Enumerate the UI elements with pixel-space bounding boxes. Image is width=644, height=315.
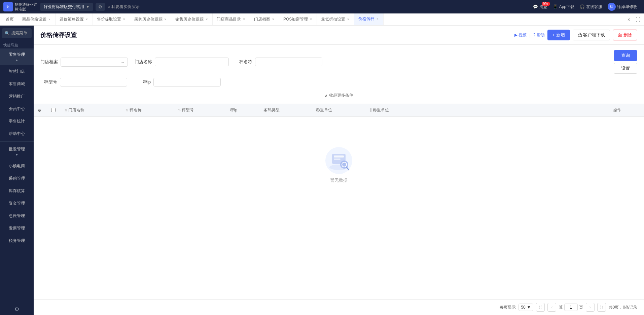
th-scale-name[interactable]: ⇅ 秤名称 — [121, 104, 174, 117]
th-store-name[interactable]: ⇅ 门店名称 — [61, 104, 121, 117]
sidebar-item-general-ledger[interactable]: 总账管理 — [0, 210, 34, 222]
sidebar-settings-button[interactable]: ⚙ — [14, 306, 19, 312]
sidebar-item-help-center[interactable]: 帮助中心 — [0, 128, 34, 140]
delete-button[interactable]: 面 删除 — [613, 30, 637, 40]
filter-store-archive: 门店档案 ··· — [40, 58, 128, 67]
close-tab-store-archive[interactable]: × — [272, 17, 275, 22]
tab-price-scale[interactable]: 价格传秤 × — [354, 13, 384, 26]
scale-ip-input[interactable] — [153, 78, 221, 86]
help-icon: ? — [533, 33, 536, 37]
select-all-checkbox[interactable] — [51, 108, 56, 112]
query-button[interactable]: 查询 — [614, 50, 637, 61]
sidebar-item-retail-mall[interactable]: 零售商城 — [0, 78, 34, 90]
th-scale-model[interactable]: ⇅ 秤型号 — [174, 104, 226, 117]
close-tab-sale-history[interactable]: × — [205, 17, 208, 22]
close-tab-sale-extract[interactable]: × — [122, 17, 126, 22]
message-badge: 99+ — [542, 2, 550, 6]
tab-pos-management[interactable]: POS加密管理 × — [279, 13, 317, 26]
top-center: 好业财标准版交付试用 ▼ ⚙ ○ 我要看实例演示 — [37, 3, 533, 11]
sidebar-item-finance[interactable]: 资金管理 — [0, 197, 34, 210]
pagination-bar: 每页显示 50 ▼ ⟨⟨ ＜ 算 页 ＞ ⟩⟩ 共0页，0条记录 — [34, 299, 644, 315]
data-table: ⚙ ⇅ 门店名称 ⇅ 秤名称 ⇅ 秤型号 — [34, 104, 644, 210]
close-tab-price-scale[interactable]: × — [376, 17, 379, 21]
add-button[interactable]: + 新增 — [547, 30, 570, 40]
message-button[interactable]: 💬 消息 99+ — [533, 4, 547, 10]
search-menu-button[interactable]: 🔍 搜索菜单 — [2, 28, 32, 38]
tab-min-discount[interactable]: 最低折扣设置 × — [317, 13, 354, 26]
tab-actions: × ⛶ — [623, 15, 642, 24]
sidebar-item-wholesale-management[interactable]: 批发管理 ▼ — [0, 143, 34, 160]
user-area[interactable]: 徐 徐泽华修改 — [608, 3, 637, 11]
total-info: 共0页，0条记录 — [609, 305, 637, 310]
collapse-button[interactable]: ∧ 收起更多条件 — [40, 91, 637, 98]
settings-icon-button[interactable]: ⚙ — [96, 3, 105, 11]
tab-store-archive[interactable]: 门店档案 × — [250, 13, 279, 26]
sidebar-item-retail-stats[interactable]: 零售统计 — [0, 115, 34, 128]
th-checkbox[interactable] — [47, 104, 61, 117]
headset-icon: 🎧 — [580, 4, 585, 9]
tab-sale-extract[interactable]: 售价提取设置 × — [93, 13, 130, 26]
scale-name-input[interactable] — [255, 58, 322, 66]
filter-area: 门店档案 ··· 门店名称 秤名称 查询 设置 — [34, 45, 644, 104]
demo-link[interactable]: ○ 我要看实例演示 — [108, 4, 140, 10]
filter-row-2: 秤型号 秤ip — [40, 78, 637, 86]
th-barcode-type[interactable]: 条码类型 — [259, 104, 312, 117]
settings-button[interactable]: 设置 — [614, 63, 637, 74]
sidebar-item-invoice[interactable]: 发票管理 — [0, 222, 34, 235]
close-tab-price-settings[interactable]: × — [48, 17, 51, 22]
sidebar-item-marketing[interactable]: 营销推广 — [0, 90, 34, 103]
chevron-down-icon-2: ▼ — [527, 305, 531, 310]
sidebar-item-smart-store[interactable]: 智慧门店 — [0, 65, 34, 78]
last-page-button[interactable]: ⟩⟩ — [597, 303, 606, 312]
logo-icon: 财 — [3, 2, 13, 11]
tab-purchase-history[interactable]: 采购历史价跟踪 × — [130, 13, 172, 26]
close-tab-purchase-history[interactable]: × — [164, 17, 167, 22]
store-archive-label: 门店档案 — [40, 59, 58, 65]
help-link[interactable]: ? 帮助 — [533, 32, 545, 38]
store-archive-input[interactable]: ··· — [61, 58, 128, 67]
next-page-button[interactable]: ＞ — [586, 303, 595, 312]
th-settings[interactable]: ⚙ — [34, 104, 47, 117]
close-all-tabs-button[interactable]: × — [625, 15, 632, 24]
store-name-input[interactable] — [155, 58, 229, 66]
app-download-button[interactable]: 📱 App下载 — [553, 4, 574, 10]
close-tab-pos-management[interactable]: × — [309, 17, 313, 22]
page-number-input[interactable] — [564, 304, 578, 311]
scale-model-input[interactable] — [60, 78, 127, 86]
sidebar-item-purchase-management[interactable]: 采购管理 — [0, 172, 34, 185]
avatar: 徐 — [608, 3, 616, 11]
close-tab-min-discount[interactable]: × — [347, 17, 350, 22]
logo-area: 财 畅捷通好业财 标准版 — [3, 2, 37, 12]
close-tab-purchase-strategy[interactable]: × — [85, 17, 88, 22]
version-selector[interactable]: 好业财标准版交付试用 ▼ — [40, 3, 93, 11]
download-client-button[interactable]: 凸 客户端下载 — [573, 30, 610, 40]
svg-rect-4 — [334, 159, 341, 160]
main-layout: 🔍 搜索菜单 快捷导航 零售管理 ▲ 智慧门店 零售商城 营销推广 会员中心 零… — [0, 26, 644, 315]
sidebar-item-xiaochangec[interactable]: 小畅电商 — [0, 160, 34, 172]
online-service-button[interactable]: 🎧 在线客服 — [580, 4, 602, 10]
sidebar-item-inventory[interactable]: 库存核算 — [0, 185, 34, 197]
video-link[interactable]: ▶ 视频 — [514, 32, 527, 38]
prev-page-button[interactable]: ＜ — [547, 303, 556, 312]
sidebar-item-member-center[interactable]: 会员中心 — [0, 103, 34, 115]
scale-ip-label: 秤ip — [134, 79, 151, 85]
tab-sale-history[interactable]: 销售历史价跟踪 × — [171, 13, 213, 26]
tab-store-catalog[interactable]: 门店商品目录 × — [213, 13, 250, 26]
page-size-select[interactable]: 50 ▼ — [518, 304, 533, 311]
th-weight-unit[interactable]: 称重单位 — [312, 104, 365, 117]
chevron-down-icon: ▼ — [86, 5, 90, 9]
filter-scale-name: 秤名称 — [236, 58, 322, 66]
filter-store-name: 门店名称 — [135, 58, 229, 66]
th-non-weight-unit: 非称重单位 — [365, 104, 609, 117]
expand-tabs-button[interactable]: ⛶ — [634, 15, 642, 24]
first-page-button[interactable]: ⟨⟨ — [536, 303, 545, 312]
close-tab-store-catalog[interactable]: × — [242, 17, 246, 22]
tab-purchase-strategy[interactable]: 进价策略设置 × — [56, 13, 93, 26]
sidebar-item-retail-management[interactable]: 零售管理 ▲ — [0, 48, 34, 65]
sidebar-item-tax[interactable]: 税务管理 — [0, 235, 34, 247]
tab-price-settings[interactable]: 商品价格设置 × — [18, 13, 56, 26]
tab-home[interactable]: 首页 — [2, 13, 18, 26]
th-scale-ip[interactable]: 秤ip — [226, 104, 259, 117]
quick-nav-label: 快捷导航 — [0, 41, 34, 48]
sidebar-search-area: 🔍 搜索菜单 — [0, 26, 34, 41]
